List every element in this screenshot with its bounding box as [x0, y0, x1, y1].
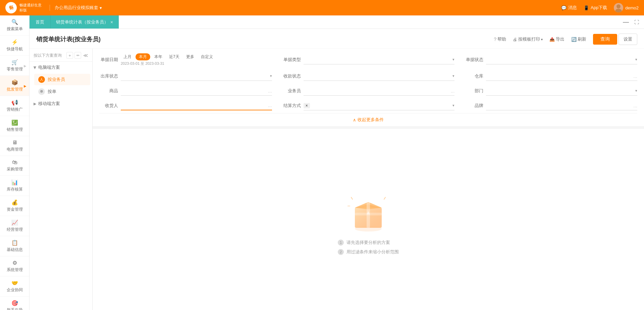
chevron-down-icon: ▾ — [100, 5, 102, 10]
doc-status-chevron-icon: ▾ — [635, 57, 637, 62]
scheme-group-pc: ▶ 电脑端方案 人 按业务员 单 — [30, 62, 92, 97]
warehouse-input[interactable]: ... — [486, 71, 637, 81]
payment-select[interactable]: ▾ — [304, 71, 455, 81]
settings-button[interactable]: 设置 — [619, 34, 637, 45]
sidebar-item-system[interactable]: ⚙ 系统管理 — [0, 256, 29, 276]
collapse-btn[interactable]: ∧ 收起更多条件 — [99, 113, 637, 126]
print-chevron-icon: ▾ — [541, 38, 543, 41]
sidebar-item-purchase[interactable]: 🛍 采购管理 — [0, 156, 29, 176]
salesperson-filter-item: 业务员 ... — [282, 86, 455, 96]
scheme-collapse-btn[interactable]: ≪ — [83, 53, 88, 58]
goods-input[interactable]: ... — [121, 86, 272, 96]
app-download-btn[interactable]: 📱 App下载 — [584, 5, 607, 11]
tab-expand-btn[interactable]: ⛶ — [632, 17, 641, 27]
dept-select[interactable]: ▾ — [486, 86, 637, 96]
dept-label: 部门 — [465, 88, 486, 94]
refresh-btn[interactable]: 🔄 刷新 — [569, 35, 589, 44]
chevron-right-mobile-icon: ▶ — [34, 102, 36, 106]
retail-icon: 🛒 — [11, 59, 18, 65]
company-selector[interactable]: 办公用品行业模拟账套 ▾ — [50, 5, 102, 11]
sidebar-item-enterprise[interactable]: 🤝 企业协同 — [0, 276, 29, 297]
date-option-custom[interactable]: 自定义 — [198, 53, 216, 60]
empty-tip1: 请先选择要分析的方案 — [346, 240, 390, 246]
tab-minimize-btn[interactable]: — — [621, 17, 631, 27]
dept-filter-item: 部门 ▾ — [465, 86, 637, 96]
scheme-panel: 按以下方案查询 + ✏ ≪ ▶ — [30, 49, 93, 310]
help-btn[interactable]: ? 帮助 — [491, 35, 509, 44]
date-range-display: 2023-03-01 至 2023-03-31 — [121, 61, 272, 66]
scheme-panel-title: 按以下方案查询 — [34, 53, 62, 58]
message-btn[interactable]: 💬 消息 — [561, 5, 577, 11]
date-option-this-year[interactable]: 本年 — [152, 53, 165, 60]
brand-input[interactable]: ... — [486, 101, 637, 110]
salesperson-label: 业务员 — [282, 88, 304, 94]
scheme-item-salesperson[interactable]: 人 按业务员 — [34, 74, 90, 85]
sidebar-item-marketing[interactable]: 📢 营销推广 — [0, 96, 29, 116]
date-option-prev-month[interactable]: 上月 — [121, 53, 134, 60]
logo-text: 畅捷通好生意 标版 — [19, 3, 42, 13]
newbie-icon: 🎯 — [11, 300, 18, 306]
sidebar-item-basic[interactable]: 📋 基础信息 — [0, 236, 29, 256]
wholesale-icon: 📦 — [11, 79, 18, 86]
sidebar-item-shortcuts[interactable]: ⚡ 快捷导航 — [0, 36, 29, 56]
delivery-select[interactable]: ▾ — [121, 71, 272, 81]
sidebar-item-retail[interactable]: 🛒 零售管理 ▶ — [0, 56, 29, 76]
doc-status-label: 单据状态 — [465, 57, 486, 63]
date-option-this-month[interactable]: 本月 — [136, 53, 150, 60]
warehouse-filter-item: 仓库 ... — [465, 71, 637, 81]
sidebar-item-inventory[interactable]: 📊 库存核算 — [0, 176, 29, 196]
recipient-input[interactable]: ... — [121, 101, 272, 110]
salesperson-input[interactable]: ... — [304, 86, 455, 96]
payment-filter-item: 收款状态 ▾ — [282, 71, 455, 81]
scheme-item-salesperson-icon: 人 — [38, 76, 45, 83]
sidebar-item-operations[interactable]: 📈 经营管理 — [0, 216, 29, 236]
tab-close-icon[interactable]: × — [110, 20, 113, 24]
inventory-icon: 📊 — [11, 179, 18, 186]
sidebar-item-newbie[interactable]: 🎯 新手引导 — [0, 297, 29, 310]
scheme-add-btn[interactable]: + — [66, 52, 73, 59]
doc-type-label: 单据类型 — [282, 57, 304, 63]
empty-tip2: 用过滤条件来缩小分析范围 — [346, 249, 399, 255]
empty-tips: 1 请先选择要分析的方案 2 用过滤条件来缩小分析范围 — [338, 240, 399, 255]
message-icon: 💬 — [561, 5, 567, 10]
sidebar-item-wholesale[interactable]: 📦 批发管理 ▶ — [0, 76, 29, 96]
enterprise-icon: 🤝 — [11, 280, 18, 286]
operations-icon: 📈 — [11, 219, 18, 226]
user-profile[interactable]: demo2 — [614, 3, 639, 12]
refresh-icon: 🔄 — [571, 37, 577, 42]
date-option-more[interactable]: 更多 — [183, 53, 197, 60]
sidebar-item-search[interactable]: 🔍 搜索菜单 — [0, 15, 29, 36]
download-icon: 📱 — [584, 5, 589, 10]
avatar — [614, 3, 623, 12]
payment-label: 收款状态 — [282, 73, 304, 79]
tab-home[interactable]: 首页 — [30, 15, 51, 29]
doc-type-select[interactable]: ▾ — [304, 55, 455, 64]
export-icon: 📤 — [549, 37, 555, 42]
system-icon: ⚙ — [12, 260, 17, 266]
settlement-select[interactable]: × ▾ — [304, 101, 455, 110]
settlement-clear-btn[interactable]: × — [304, 103, 310, 108]
logo-icon: 畅 — [5, 2, 17, 13]
scheme-group-pc-header[interactable]: ▶ 电脑端方案 — [30, 62, 92, 73]
marketing-icon: 📢 — [11, 99, 18, 106]
svg-point-1 — [615, 9, 622, 12]
sidebar-item-sales[interactable]: 💹 销售管理 — [0, 116, 29, 136]
sidebar-item-ecommerce[interactable]: 🖥 电商管理 — [0, 136, 29, 156]
sidebar-item-finance[interactable]: 💰 资金管理 — [0, 196, 29, 216]
scheme-edit-btn[interactable]: ✏ — [74, 52, 81, 59]
finance-icon: 💰 — [11, 199, 18, 206]
doc-status-select[interactable]: ▾ — [486, 55, 637, 64]
date-option-7days[interactable]: 近7天 — [166, 53, 182, 60]
collapse-icon: ∧ — [353, 117, 356, 122]
tip2-num: 2 — [338, 249, 344, 255]
export-btn[interactable]: 📤 导出 — [547, 35, 567, 44]
settlement-filter-item: 结算方式 × ▾ — [282, 101, 455, 110]
print-btn[interactable]: 🖨 按模板打印 ▾ — [510, 35, 545, 44]
date-filter-item: 单据日期 上月 本月 本年 近7天 更多 — [99, 53, 272, 66]
scheme-group-mobile-header[interactable]: ▶ 移动端方案 — [30, 98, 92, 109]
scheme-item-order[interactable]: 单 按单 — [34, 86, 90, 97]
scheme-item-order-icon: 单 — [38, 88, 45, 95]
delivery-chevron-icon: ▾ — [270, 74, 272, 78]
tab-sales-stat[interactable]: 销货单统计表（按业务员） × — [51, 15, 119, 29]
query-button[interactable]: 查询 — [593, 34, 617, 45]
